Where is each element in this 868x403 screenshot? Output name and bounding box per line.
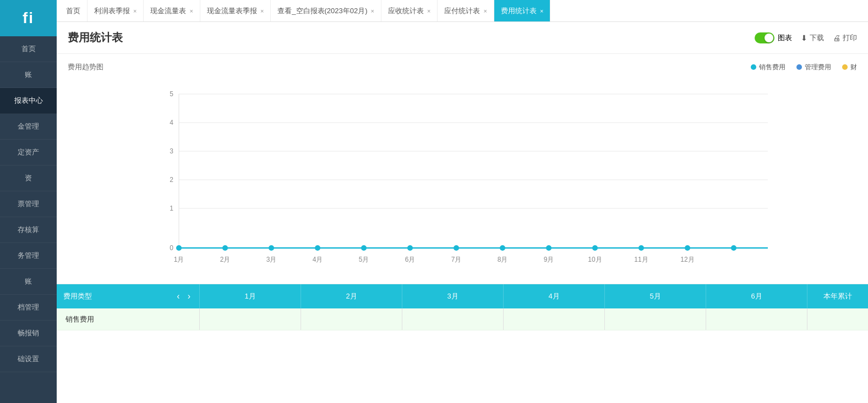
svg-text:8月: 8月 — [498, 256, 508, 263]
svg-point-19 — [454, 245, 459, 251]
td-type: 销售费用 — [57, 308, 200, 330]
svg-text:2月: 2月 — [220, 256, 231, 263]
chart-title: 费用趋势图 — [68, 62, 103, 72]
th-m1: 1月 — [200, 284, 301, 308]
svg-text:10月: 10月 — [588, 256, 602, 263]
toggle-thumb — [765, 34, 773, 42]
sidebar-item-invoice[interactable]: 票管理 — [0, 191, 57, 217]
next-arrow[interactable]: › — [185, 291, 193, 301]
svg-text:4: 4 — [170, 119, 173, 126]
svg-point-25 — [731, 245, 736, 251]
svg-text:9月: 9月 — [544, 256, 554, 263]
legend-dot-finance — [842, 64, 848, 70]
table-row: 销售费用 — [57, 308, 868, 330]
svg-text:5: 5 — [170, 90, 173, 98]
svg-point-23 — [638, 245, 644, 251]
td-m5 — [605, 308, 706, 330]
download-button[interactable]: ⬇ 下载 — [801, 33, 824, 43]
svg-text:3: 3 — [170, 147, 173, 155]
svg-text:12月: 12月 — [680, 256, 694, 263]
svg-point-20 — [500, 245, 505, 251]
sidebar-item-account[interactable]: 账 — [0, 62, 57, 88]
tab-cashflow-quarterly[interactable]: 现金流量表季报 × — [200, 0, 271, 22]
tab-expense[interactable]: 费用统计表 × — [494, 0, 550, 22]
svg-text:2: 2 — [170, 176, 173, 184]
close-profit-report[interactable]: × — [133, 8, 137, 14]
th-ytd: 本年累计 — [807, 284, 868, 308]
tab-home[interactable]: 首页 — [59, 0, 88, 22]
svg-point-17 — [361, 245, 367, 251]
tab-payable[interactable]: 应付统计表 × — [438, 0, 494, 22]
close-payable[interactable]: × — [483, 8, 487, 14]
sidebar-item-archive[interactable]: 档管理 — [0, 295, 57, 321]
sidebar-item-fixed-assets[interactable]: 定资产 — [0, 140, 57, 165]
page-content: 费用统计表 图表 ⬇ 下载 🖨 打印 — [57, 22, 868, 403]
svg-text:7月: 7月 — [451, 256, 462, 263]
svg-point-18 — [407, 245, 413, 251]
tab-receivable[interactable]: 应收统计表 × — [381, 0, 438, 22]
toggle-track[interactable] — [755, 32, 774, 43]
close-receivable[interactable]: × — [427, 8, 430, 14]
chart-toggle-label: 图表 — [778, 33, 792, 43]
legend-mgmt: 管理费用 — [796, 63, 831, 72]
svg-point-22 — [592, 245, 598, 251]
sidebar-item-inventory[interactable]: 存核算 — [0, 217, 57, 243]
svg-point-13 — [176, 245, 182, 251]
td-m6 — [706, 308, 807, 330]
sidebar-item-report-center[interactable]: 报表中心 — [0, 88, 57, 114]
th-m4: 4月 — [504, 284, 605, 308]
chart-svg-container: 5 4 3 2 1 0 — [68, 78, 857, 275]
chart-header: 费用趋势图 销售费用 管理费用 财 — [68, 62, 857, 72]
svg-text:4月: 4月 — [313, 256, 323, 263]
sidebar-item-service[interactable]: 务管理 — [0, 243, 57, 269]
svg-point-24 — [685, 245, 690, 251]
close-expense[interactable]: × — [540, 8, 543, 14]
svg-text:3月: 3月 — [266, 256, 277, 263]
th-m5: 5月 — [605, 284, 706, 308]
svg-point-16 — [315, 245, 320, 251]
nav-arrows: ‹ › — [174, 291, 193, 301]
th-m6: 6月 — [706, 284, 807, 308]
sidebar-item-investment[interactable]: 资 — [0, 165, 57, 191]
legend-dot-sales — [751, 64, 756, 70]
tab-profit-report[interactable]: 利润表季报 × — [88, 0, 144, 22]
svg-point-21 — [546, 245, 552, 251]
sidebar-item-home[interactable]: 首页 — [0, 36, 57, 62]
td-m1 — [200, 308, 301, 330]
close-blank-report[interactable]: × — [371, 8, 374, 14]
tab-bar: 首页 利润表季报 × 现金流量表 × 现金流量表季报 × 查看_空白报表(202… — [57, 0, 868, 22]
sidebar: fi 首页 账 报表中心 金管理 定资产 资 票管理 存核算 务管理 账 档管理… — [0, 0, 57, 403]
prev-arrow[interactable]: ‹ — [174, 291, 182, 301]
svg-text:0: 0 — [170, 244, 173, 252]
legend-dot-mgmt — [796, 64, 802, 70]
svg-text:6月: 6月 — [405, 256, 416, 263]
td-m2 — [301, 308, 402, 330]
sidebar-item-ledger[interactable]: 账 — [0, 269, 57, 295]
legend-sales: 销售费用 — [751, 63, 785, 72]
close-cashflow-quarterly[interactable]: × — [260, 8, 264, 14]
legend-label-mgmt: 管理费用 — [805, 63, 831, 72]
sidebar-item-settings[interactable]: 础设置 — [0, 346, 57, 372]
svg-point-15 — [269, 245, 274, 251]
app-logo: fi — [0, 0, 57, 36]
table-header-row: 费用类型 ‹ › 1月 2月 3月 — [57, 284, 868, 308]
print-icon: 🖨 — [833, 34, 840, 42]
print-button[interactable]: 🖨 打印 — [833, 33, 857, 43]
td-m4 — [504, 308, 605, 330]
svg-text:1: 1 — [170, 205, 173, 212]
sidebar-item-fund-mgmt[interactable]: 金管理 — [0, 114, 57, 140]
close-cashflow[interactable]: × — [189, 8, 193, 14]
chart-toggle[interactable]: 图表 — [755, 32, 792, 43]
page-title: 费用统计表 — [68, 30, 123, 45]
tab-blank-report[interactable]: 查看_空白报表(2023年02月) × — [271, 0, 381, 22]
sidebar-item-write-off[interactable]: 畅报销 — [0, 321, 57, 346]
page-header: 费用统计表 图表 ⬇ 下载 🖨 打印 — [57, 22, 868, 54]
svg-text:5月: 5月 — [359, 256, 369, 263]
download-icon: ⬇ — [801, 34, 807, 42]
table-section: 费用类型 ‹ › 1月 2月 3月 — [57, 284, 868, 330]
header-actions: 图表 ⬇ 下载 🖨 打印 — [755, 32, 857, 43]
legend-label-sales: 销售费用 — [759, 63, 785, 72]
svg-point-14 — [222, 245, 228, 251]
th-m3: 3月 — [402, 284, 504, 308]
tab-cashflow[interactable]: 现金流量表 × — [144, 0, 200, 22]
